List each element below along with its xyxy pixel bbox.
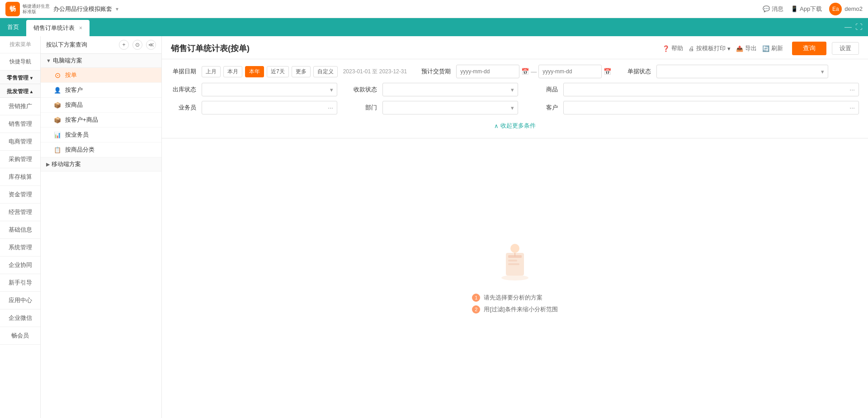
sidebar-item-operations[interactable]: 经营管理 xyxy=(0,204,40,221)
desktop-arrow-icon: ▼ xyxy=(46,58,51,63)
user-area[interactable]: Ea demo2 xyxy=(829,3,863,15)
sidebar-item-ecommerce[interactable]: 电商管理 xyxy=(0,133,40,151)
mobile-group-header[interactable]: ▶ 移动端方案 xyxy=(41,157,161,171)
by-order-label: 按单 xyxy=(65,71,77,79)
desktop-group-header[interactable]: ▼ 电脑端方案 xyxy=(41,54,161,68)
payment-select[interactable]: ▾ xyxy=(382,83,518,96)
content-area: 按以下方案查询 + ⊙ ≪ ▼ 电脑端方案 ⊙ 按单 👤 按客户 xyxy=(41,36,868,418)
scheme-item-by-category[interactable]: 📋 按商品分类 xyxy=(41,142,161,157)
refresh-button[interactable]: 🔄 刷新 xyxy=(762,44,783,52)
mobile-arrow-icon: ▶ xyxy=(46,162,50,167)
by-goods-label: 按商品 xyxy=(65,101,83,109)
sidebar-item-apps[interactable]: 应用中心 xyxy=(0,292,40,309)
expected-date-end[interactable] xyxy=(538,65,602,78)
sidebar-item-newbie[interactable]: 新手引导 xyxy=(0,274,40,292)
salesperson-dots-icon[interactable]: ··· xyxy=(328,104,333,111)
refresh-label: 刷新 xyxy=(771,44,783,52)
tab-home[interactable]: 首页 xyxy=(0,18,26,36)
tab-close-icon[interactable]: × xyxy=(79,25,82,31)
retail-arrow-icon: ▼ xyxy=(29,76,34,81)
basic-label: 基础信息 xyxy=(9,226,32,233)
help-button[interactable]: ❓ 帮助 xyxy=(662,44,683,52)
ecommerce-label: 电商管理 xyxy=(9,138,32,145)
settings-button[interactable]: 设置 xyxy=(832,42,859,55)
sidebar-search[interactable]: 搜索菜单 xyxy=(0,36,40,53)
shipping-arrow-icon: ▾ xyxy=(330,86,333,93)
filter-row-1: 单据日期 上月 本月 本年 近7天 更多 自定义 2023-01-01 至 20… xyxy=(171,65,859,78)
print-button[interactable]: 🖨 按模板打印 ▾ xyxy=(689,44,731,52)
maximize-icon[interactable]: ⛶ xyxy=(855,23,863,31)
by-customer-icon: 👤 xyxy=(53,86,61,94)
scheme-item-by-order[interactable]: ⊙ 按单 xyxy=(41,68,161,83)
app-download-button[interactable]: 📱 App下载 xyxy=(791,5,822,13)
refresh-icon: 🔄 xyxy=(762,45,769,52)
sidebar-item-inventory[interactable]: 库存核算 xyxy=(0,168,40,186)
scheme-item-by-salesperson[interactable]: 📊 按业务员 xyxy=(41,128,161,142)
sidebar-quick-nav[interactable]: 快捷导航 xyxy=(0,53,40,71)
svg-rect-4 xyxy=(508,263,519,265)
collapse-panel-button[interactable]: ≪ xyxy=(146,40,156,50)
search-label: 搜索菜单 xyxy=(9,41,31,48)
filter-area: 单据日期 上月 本月 本年 近7天 更多 自定义 2023-01-01 至 20… xyxy=(162,59,868,138)
export-button[interactable]: 📤 导出 xyxy=(736,44,757,52)
customer-label: 客户 xyxy=(533,104,558,112)
sidebar-item-wechat[interactable]: 企业微信 xyxy=(0,309,40,327)
shipping-select[interactable]: ▾ xyxy=(202,83,337,96)
hint-item-1: 1 请先选择要分析的方案 xyxy=(472,294,557,302)
sidebar-item-retail[interactable]: 零售管理 ▼ xyxy=(0,71,40,84)
logo-area: 畅 畅捷通好生意 标准版 xyxy=(5,2,50,16)
by-category-icon: 📋 xyxy=(53,146,61,154)
add-scheme-button[interactable]: + xyxy=(119,40,129,50)
marketing-label: 营销推广 xyxy=(9,103,32,109)
tab-sales-order[interactable]: 销售订单统计表 × xyxy=(26,20,90,36)
filter-row-3: 业务员 ··· 部门 ▾ 客户 ··· xyxy=(171,101,859,114)
query-button[interactable]: 查询 xyxy=(792,42,826,55)
scheme-item-by-customer[interactable]: 👤 按客户 xyxy=(41,83,161,98)
status-select[interactable]: ▾ xyxy=(656,65,828,78)
date-label: 单据日期 xyxy=(171,67,196,76)
sidebar-item-sales[interactable]: 销售管理 xyxy=(0,115,40,133)
last-7-btn[interactable]: 近7天 xyxy=(267,66,289,77)
calendar-end-icon[interactable]: 📅 xyxy=(604,68,611,75)
svg-point-0 xyxy=(501,275,528,280)
scheme-item-by-customer-goods[interactable]: 📦 按客户+商品 xyxy=(41,113,161,128)
newbie-label: 新手引导 xyxy=(9,279,32,286)
collapse-filters-button[interactable]: ∧ 收起更多条件 xyxy=(171,119,859,133)
goods-select[interactable]: ··· xyxy=(563,83,859,96)
department-select[interactable]: ▾ xyxy=(382,101,518,114)
expected-date-start[interactable] xyxy=(456,65,519,78)
print-label: 按模板打印 xyxy=(696,44,726,52)
username-label: demo2 xyxy=(844,5,863,12)
sidebar-item-purchase[interactable]: 采购管理 xyxy=(0,151,40,168)
sidebar-item-basic[interactable]: 基础信息 xyxy=(0,221,40,239)
customer-select[interactable]: ··· xyxy=(563,101,859,114)
sidebar-item-wholesale[interactable]: 批发管理 ▲ xyxy=(0,84,40,98)
custom-btn[interactable]: 自定义 xyxy=(313,66,338,77)
left-panel-header: 按以下方案查询 + ⊙ ≪ xyxy=(41,36,161,54)
salesperson-select[interactable]: ··· xyxy=(202,101,337,114)
sidebar-item-enterprise[interactable]: 企业协同 xyxy=(0,256,40,274)
sidebar-item-system[interactable]: 系统管理 xyxy=(0,239,40,256)
sidebar-item-vip[interactable]: 畅会员 xyxy=(0,327,40,345)
more-btn[interactable]: 更多 xyxy=(292,66,311,77)
date-range-text: 2023-01-01 至 2023-12-31 xyxy=(343,68,407,76)
sidebar-item-marketing[interactable]: 营销推广 xyxy=(0,98,40,115)
by-customer-label: 按客户 xyxy=(65,86,83,94)
breadcrumb-title: 办公用品行业模拟账套 xyxy=(53,5,112,13)
message-icon: 💬 xyxy=(763,5,770,12)
sidebar-item-finance[interactable]: 资金管理 xyxy=(0,186,40,204)
scheme-item-by-goods[interactable]: 📦 按商品 xyxy=(41,98,161,113)
calendar-start-icon[interactable]: 📅 xyxy=(521,68,529,75)
message-button[interactable]: 💬 消息 xyxy=(763,5,783,13)
last-month-btn[interactable]: 上月 xyxy=(202,66,221,77)
this-month-btn[interactable]: 本月 xyxy=(223,66,242,77)
minimize-icon[interactable]: — xyxy=(844,23,852,31)
breadcrumb-arrow-icon[interactable]: ▾ xyxy=(116,6,118,12)
wechat-label: 企业微信 xyxy=(9,314,32,321)
goods-dots-icon[interactable]: ··· xyxy=(849,86,855,93)
customer-dots-icon[interactable]: ··· xyxy=(849,104,855,111)
this-year-btn[interactable]: 本年 xyxy=(245,66,264,77)
hint-2-text: 用[过滤]条件来缩小分析范围 xyxy=(484,305,557,314)
settings-scheme-button[interactable]: ⊙ xyxy=(132,40,142,50)
retail-label: 零售管理 xyxy=(7,74,28,82)
